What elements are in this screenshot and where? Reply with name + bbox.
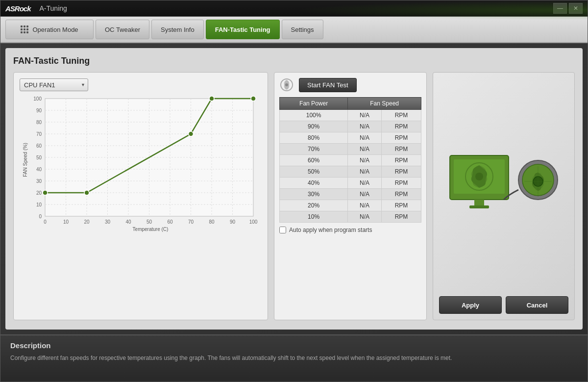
svg-text:50: 50 [36,155,42,160]
fan-unit-cell: RPM [381,200,421,211]
fan-table-row: 80% N/A RPM [280,132,421,144]
fan-power-cell: 90% [280,121,348,132]
fan-speed-cell: N/A [348,200,382,211]
tab-operation-mode-label: Operation Mode [32,26,78,33]
svg-point-48 [475,173,483,180]
apply-button[interactable]: Apply [439,296,502,314]
tab-system-info-label: System Info [161,26,195,33]
description-bar: Description Configure different fan spee… [0,334,588,382]
fan-table-panel: Start FAN Test Fan Power Fan Speed 100% [274,72,427,320]
fan-table-row: 30% N/A RPM [280,189,421,200]
fan-speed-cell: N/A [348,132,382,144]
svg-text:80: 80 [209,219,215,225]
svg-text:70: 70 [36,131,42,137]
fan-power-cell: 50% [280,166,348,178]
fan-table-row: 10% N/A RPM [280,211,421,223]
svg-text:90: 90 [230,219,236,225]
tab-system-info[interactable]: System Info [151,20,204,39]
tab-fan-tastic-label: FAN-Tastic Tuning [215,26,270,33]
fan-table-row: 70% N/A RPM [280,144,421,155]
fan-unit-cell: RPM [381,110,421,121]
chart-panel: CPU FAN1 CPU FAN2 CHA FAN1 CHA FAN2 [13,72,268,320]
svg-rect-50 [469,205,489,208]
svg-text:0: 0 [39,214,42,219]
svg-text:100: 100 [33,96,42,102]
computer-fan-svg [445,146,563,224]
svg-text:FAN Speed (%): FAN Speed (%) [23,143,28,177]
svg-text:70: 70 [188,219,194,225]
chart-point-3[interactable] [189,131,194,136]
svg-text:50: 50 [147,219,152,225]
fan-speed-cell: N/A [348,155,382,166]
fan-illustration [439,78,568,291]
chart-point-1[interactable] [43,190,48,195]
fan-unit-cell: RPM [381,132,421,144]
svg-text:60: 60 [167,219,173,225]
svg-text:Temperature (C): Temperature (C) [133,227,169,232]
app-title: A-Tuning [40,4,67,12]
auto-apply-label: Auto apply when program starts [289,227,372,233]
page-title: FAN-Tastic Tuning [13,56,575,66]
fan-unit-cell: RPM [381,155,421,166]
navbar: Operation Mode OC Tweaker System Info FA… [0,17,588,43]
svg-text:20: 20 [36,190,42,196]
fan-power-cell: 100% [280,110,348,121]
svg-text:30: 30 [36,178,42,184]
chart-point-5[interactable] [251,96,256,101]
tab-fan-tastic[interactable]: FAN-Tastic Tuning [206,20,280,39]
fan-power-cell: 30% [280,189,348,200]
fan-table-row: 60% N/A RPM [280,155,421,166]
svg-text:20: 20 [84,219,90,225]
fan-table-row: 90% N/A RPM [280,121,421,132]
svg-text:40: 40 [125,219,131,225]
svg-text:90: 90 [36,108,42,113]
asrock-logo: ASRock [5,4,31,13]
svg-text:40: 40 [36,167,42,172]
fan-table-row: 50% N/A RPM [280,166,421,178]
chart-point-4[interactable] [209,96,214,101]
fan-unit-cell: RPM [381,166,421,178]
svg-text:100: 100 [249,219,258,225]
fan-speed-cell: N/A [348,121,382,132]
fan-spin-icon [279,77,294,92]
fan-table-row: 40% N/A RPM [280,178,421,189]
svg-text:0: 0 [44,219,47,225]
fan-unit-cell: RPM [381,189,421,200]
chart-point-2[interactable] [84,190,89,195]
fan-speed-cell: N/A [348,189,382,200]
cancel-button[interactable]: Cancel [506,296,568,314]
fan-speed-cell: N/A [348,144,382,155]
fan-table-row: 100% N/A RPM [280,110,421,121]
fan-unit-cell: RPM [381,211,421,223]
description-text: Configure different fan speeds for respe… [10,354,578,362]
fan-selector[interactable]: CPU FAN1 CPU FAN2 CHA FAN1 CHA FAN2 [20,78,88,91]
tab-operation-mode[interactable]: Operation Mode [5,20,94,39]
grid-icon [21,25,28,33]
fan-power-cell: 20% [280,200,348,211]
fan-speed-chart[interactable]: 100 90 80 70 60 50 40 30 20 10 0 [20,96,262,233]
tab-oc-tweaker-label: OC Tweaker [105,26,140,33]
tab-settings[interactable]: Settings [282,20,323,39]
svg-text:60: 60 [36,143,42,149]
fan-unit-cell: RPM [381,178,421,189]
fan-table-row: 20% N/A RPM [280,200,421,211]
image-panel: Apply Cancel [433,72,575,320]
tab-settings-label: Settings [291,26,314,33]
minimize-button[interactable]: — [553,3,567,14]
fan-speed-cell: N/A [348,110,382,121]
fan-unit-cell: RPM [381,121,421,132]
fan-speed-cell: N/A [348,166,382,178]
close-button[interactable]: ✕ [569,3,583,14]
fan-power-cell: 60% [280,155,348,166]
svg-text:80: 80 [36,120,42,125]
start-fan-test-button[interactable]: Start FAN Test [299,78,357,92]
svg-text:10: 10 [63,219,69,225]
fan-speed-header: Fan Speed [348,98,421,110]
fan-speed-table: Fan Power Fan Speed 100% N/A RPM 90% N/A… [279,97,421,223]
fan-speed-cell: N/A [348,178,382,189]
svg-text:30: 30 [105,219,111,225]
fan-speed-cell: N/A [348,211,382,223]
auto-apply-checkbox[interactable] [279,227,286,233]
fan-power-cell: 10% [280,211,348,223]
tab-oc-tweaker[interactable]: OC Tweaker [96,20,149,39]
